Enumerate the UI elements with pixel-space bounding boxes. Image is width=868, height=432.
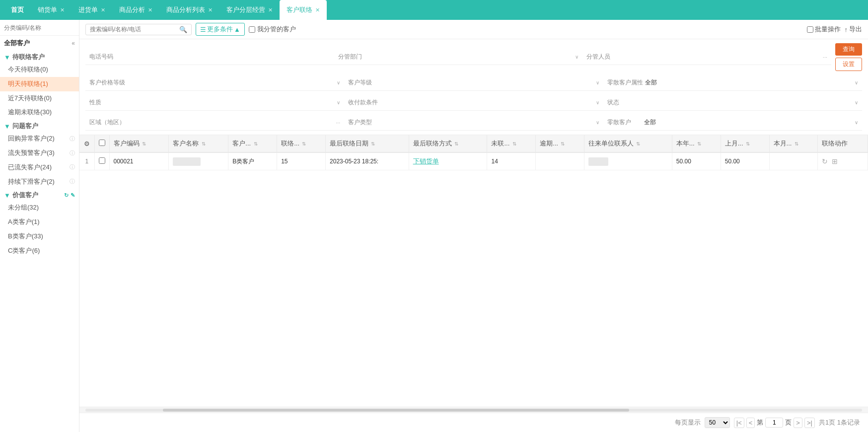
filter-manager: 分管人员 ··· bbox=[582, 49, 831, 65]
sort-unit-icon[interactable]: ⇅ bbox=[636, 141, 640, 146]
page-size-select[interactable]: 50 10 20 100 bbox=[705, 417, 730, 428]
my-customers-check[interactable] bbox=[249, 26, 255, 33]
nav-customer-segmentation[interactable]: 客户分层经营 ✕ bbox=[219, 0, 280, 20]
info-icon-abnormal[interactable]: ⓘ bbox=[70, 135, 75, 144]
scatter-dropdown-icon: ∨ bbox=[855, 80, 858, 85]
sidebar-item-abnormal[interactable]: 回购异常客户(2) ⓘ bbox=[0, 132, 79, 146]
sort-type-icon[interactable]: ⇅ bbox=[254, 141, 258, 146]
toolbar-search-icon[interactable]: 🔍 bbox=[179, 26, 187, 33]
settings-button[interactable]: 设置 bbox=[835, 58, 862, 71]
action-grid-icon[interactable]: ⊞ bbox=[832, 157, 838, 165]
export-button[interactable]: ↑ 导出 bbox=[845, 25, 863, 34]
close-product-list-icon[interactable]: ✕ bbox=[208, 7, 213, 13]
horizontal-scrollbar[interactable] bbox=[79, 407, 868, 413]
select-all-checkbox[interactable] bbox=[99, 140, 105, 146]
close-segmentation-icon[interactable]: ✕ bbox=[268, 7, 273, 13]
close-customer-contact-icon[interactable]: ✕ bbox=[315, 7, 320, 13]
filter-payment[interactable]: 收付款条件 ∨ bbox=[344, 95, 603, 111]
sort-overdue-icon[interactable]: ⇅ bbox=[561, 141, 565, 146]
col-overdue: 逾期... ⇅ bbox=[536, 135, 584, 152]
sort-this-month-icon[interactable]: ⇅ bbox=[795, 141, 798, 146]
total-records: 共1页 1条记录 bbox=[819, 418, 860, 427]
sidebar-all-customers[interactable]: 全部客户 « bbox=[0, 36, 79, 51]
info-icon-churned[interactable]: ⓘ bbox=[70, 163, 75, 172]
sidebar-item-today-pending[interactable]: 今天待联络(0) bbox=[0, 63, 79, 77]
contact-method-link[interactable]: 下销货单 bbox=[413, 157, 439, 165]
sort-year-icon[interactable]: ⇅ bbox=[697, 141, 701, 146]
filter-price-level[interactable]: 客户价格等级 ∨ bbox=[85, 75, 344, 91]
filter-row-3: 性质 ∨ 收付款条件 ∨ 状态 ∨ bbox=[85, 95, 862, 111]
filter-scatter-attr[interactable]: 零散客户属性 全部 ∨ bbox=[603, 75, 862, 91]
region-more-icon[interactable]: ··· bbox=[336, 120, 340, 126]
filter-actions: 查询 设置 bbox=[835, 43, 862, 71]
export-icon: ↑ bbox=[845, 26, 848, 33]
payment-dropdown-icon: ∨ bbox=[596, 100, 599, 105]
row-checkbox[interactable] bbox=[99, 157, 105, 164]
edit-value-icon[interactable]: ✎ bbox=[71, 192, 75, 199]
sidebar-search-input[interactable] bbox=[4, 24, 78, 31]
last-page-button[interactable]: >| bbox=[804, 418, 815, 428]
filter-dept[interactable]: 分管部门 ∨ bbox=[334, 49, 583, 65]
nav-home[interactable]: 首页 bbox=[4, 0, 31, 20]
filter-button[interactable]: ☰ 更多条件 ▲ bbox=[196, 23, 245, 36]
row-customer-name: Ea bbox=[169, 152, 228, 170]
dept-dropdown-icon: ∨ bbox=[575, 54, 579, 60]
scrollbar-thumb[interactable] bbox=[163, 409, 629, 412]
sort-last-month-icon[interactable]: ⇅ bbox=[746, 141, 750, 146]
nav-product-analysis[interactable]: 商品分析 ✕ bbox=[112, 0, 159, 20]
filter-nature[interactable]: 性质 ∨ bbox=[85, 95, 344, 111]
batch-ops-check[interactable] bbox=[807, 26, 813, 33]
sidebar-item-tomorrow-pending[interactable]: 明天待联络(1) bbox=[0, 77, 79, 91]
prev-page-button[interactable]: < bbox=[746, 418, 755, 428]
sidebar-item-overdue[interactable]: 逾期未联络(30) bbox=[0, 105, 79, 120]
sort-method-icon[interactable]: ⇅ bbox=[454, 141, 458, 146]
sidebar-item-churn-warning[interactable]: 流失预警客户(3) ⓘ bbox=[0, 146, 79, 160]
filter-phone: 电话号码 bbox=[85, 49, 334, 65]
nav-product-analysis-list[interactable]: 商品分析列表 ✕ bbox=[159, 0, 219, 20]
collapse-icon: « bbox=[72, 40, 75, 47]
sidebar-item-churned[interactable]: 已流失客户(24) ⓘ bbox=[0, 160, 79, 175]
filter-scatter-customer[interactable]: 零散客户 全部 ∨ bbox=[603, 115, 862, 131]
filter-icon: ☰ bbox=[200, 26, 206, 33]
gear-icon[interactable]: ⚙ bbox=[84, 140, 90, 147]
filter-status[interactable]: 状态 ∨ bbox=[603, 95, 862, 111]
sort-uncontacted-icon[interactable]: ⇅ bbox=[512, 141, 516, 146]
col-gear[interactable]: ⚙ bbox=[79, 135, 94, 152]
manager-more-icon[interactable]: ··· bbox=[823, 54, 827, 60]
row-actions: ↻ ⊞ bbox=[818, 152, 868, 170]
batch-ops[interactable]: 批量操作 bbox=[807, 25, 841, 34]
sidebar-item-ungrouped[interactable]: 未分组(32) bbox=[0, 201, 79, 215]
sort-code-icon[interactable]: ⇅ bbox=[142, 141, 146, 146]
first-page-button[interactable]: |< bbox=[734, 418, 744, 428]
col-this-month: 本月... ⇅ bbox=[769, 135, 818, 152]
sort-name-icon[interactable]: ⇅ bbox=[202, 141, 206, 146]
close-sales-order-icon[interactable]: ✕ bbox=[60, 7, 65, 13]
sort-date-icon[interactable]: ⇅ bbox=[371, 141, 375, 146]
status-dropdown-icon: ∨ bbox=[855, 100, 858, 105]
page-number-input[interactable] bbox=[765, 418, 783, 428]
search-input[interactable] bbox=[90, 26, 179, 33]
close-product-analysis-icon[interactable]: ✕ bbox=[148, 7, 152, 13]
sidebar-item-week-pending[interactable]: 近7天待联络(0) bbox=[0, 91, 79, 106]
action-refresh-icon[interactable]: ↻ bbox=[822, 157, 828, 165]
close-purchase-order-icon[interactable]: ✕ bbox=[101, 7, 105, 13]
nav-sales-order[interactable]: 销货单 ✕ bbox=[31, 0, 72, 20]
info-icon-churn[interactable]: ⓘ bbox=[70, 149, 75, 158]
phone-input[interactable] bbox=[124, 54, 330, 61]
sidebar-item-c-class[interactable]: C类客户(6) bbox=[0, 244, 79, 258]
filter-customer-type[interactable]: 客户类型 ∨ bbox=[344, 115, 603, 131]
sort-contact-icon[interactable]: ⇅ bbox=[302, 141, 306, 146]
sidebar-item-declining[interactable]: 持续下滑客户(2) ⓘ bbox=[0, 175, 79, 189]
col-last-contact-date: 最后联络日期 ⇅ bbox=[326, 135, 409, 152]
refresh-value-icon[interactable]: ↻ bbox=[64, 192, 69, 199]
query-button[interactable]: 查询 bbox=[835, 43, 862, 56]
sidebar-item-a-class[interactable]: A类客户(1) bbox=[0, 215, 79, 229]
nav-purchase-order[interactable]: 进货单 ✕ bbox=[72, 0, 112, 20]
level-dropdown-icon: ∨ bbox=[596, 80, 599, 85]
next-page-button[interactable]: > bbox=[794, 418, 802, 428]
my-customers-checkbox[interactable]: 我分管的客户 bbox=[249, 25, 296, 34]
filter-customer-level[interactable]: 客户等级 ∨ bbox=[344, 75, 603, 91]
nav-customer-contact[interactable]: 客户联络 ✕ bbox=[280, 0, 327, 20]
sidebar-item-b-class[interactable]: B类客户(33) bbox=[0, 229, 79, 244]
info-icon-declining[interactable]: ⓘ bbox=[70, 177, 75, 186]
